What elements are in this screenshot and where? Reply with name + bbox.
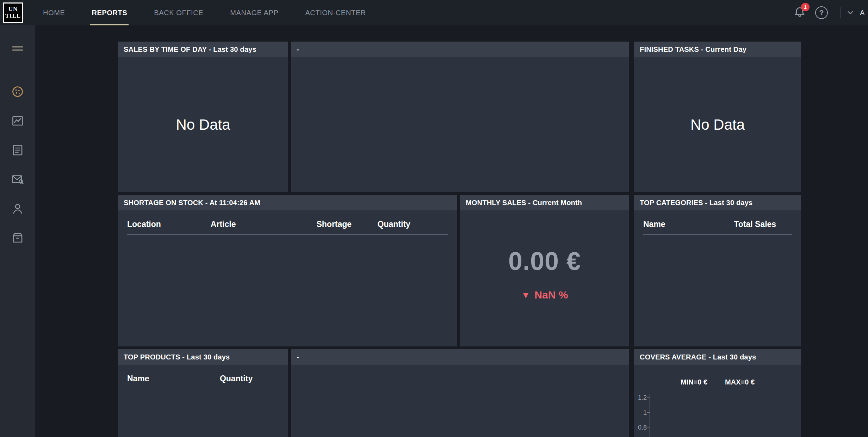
column-header: Name [643,220,734,234]
nav-manage-app[interactable]: MANAGE APP [230,0,278,25]
card-title: - [291,349,629,365]
person-icon [11,210,24,216]
down-triangle-icon: ▼ [521,290,531,301]
nav-back-office[interactable]: BACK OFFICE [154,0,203,25]
top-navigation-bar: UN TILL HOME REPORTS BACK OFFICE MANAGE … [0,0,868,25]
card-title: TOP CATEGORIES - Last 30 days [634,195,801,210]
dashboard-icon [11,93,24,99]
card-covers-average: COVERS AVERAGE - Last 30 days MIN=0 € MA… [634,349,801,437]
hamburger-menu-icon [11,49,25,55]
monthly-sales-amount: 0.00 € [508,247,581,276]
monthly-sales-delta: ▼ NaN % [521,289,568,301]
shortage-table-header: Location Article Shortage Quantity [127,210,448,235]
chart-image-icon [11,122,24,128]
card-untitled-top: - [291,42,629,192]
covers-min-label: MIN=0 € [681,378,707,386]
empty-card-body [291,57,629,192]
y-axis-tick-mark [647,412,650,413]
card-title: COVERS AVERAGE - Last 30 days [634,349,801,365]
covers-minmax-row: MIN=0 € MAX=0 € [634,378,801,386]
sidebar-item-search-invoices[interactable] [11,173,24,186]
column-header: Location [127,220,211,234]
column-header: Shortage [316,220,377,234]
card-title: SALES BY TIME OF DAY - Last 30 days [118,42,288,57]
y-axis-tick-mark [647,397,650,398]
top-products-table-header: Name Quantity [127,365,279,389]
user-name-label: A [860,9,864,17]
user-menu-button[interactable] [846,8,855,17]
notification-badge: 1 [801,3,810,11]
nav-home[interactable]: HOME [43,0,65,25]
sidebar-item-contacts[interactable] [11,202,24,215]
card-untitled-bottom: - Bear [291,349,629,437]
sidebar-item-sales-charts[interactable] [11,115,24,127]
logo-line-2: TILL [5,13,21,19]
sidebar-icon-stack [11,85,24,244]
chevron-down-icon [846,12,855,18]
y-axis-tick-label: 1 [634,409,647,417]
mail-search-icon [11,181,24,187]
document-icon [11,152,24,158]
nav-reports[interactable]: REPORTS [92,0,127,25]
sidebar-item-stock[interactable] [11,232,24,244]
card-title: - [291,42,629,57]
card-title: FINISHED TASKS - Current Day [634,42,801,57]
column-header: Article [211,220,317,234]
y-axis-tick-label: 1.2 [634,394,647,401]
no-data-text: No Data [118,57,288,192]
nav-action-center[interactable]: ACTION-CENTER [305,0,366,25]
column-header: Total Sales [734,220,792,234]
card-monthly-sales: MONTHLY SALES - Current Month 0.00 € ▼ N… [460,195,629,346]
no-data-text: No Data [634,57,801,192]
untill-logo: UN TILL [3,2,23,23]
column-header: Name [127,374,220,389]
card-top-products: TOP PRODUCTS - Last 30 days Name Quantit… [118,349,288,437]
sidebar-menu-toggle[interactable] [11,43,25,54]
top-categories-table-header: Name Total Sales [643,210,792,235]
card-title: MONTHLY SALES - Current Month [460,195,629,210]
card-shortage-on-stock: SHORTAGE ON STOCK - At 11:04:26 AM Locat… [118,195,457,346]
logo-line-1: UN [8,6,18,13]
column-header: Quantity [220,374,279,389]
notifications-button[interactable]: 1 [793,6,807,20]
covers-max-label: MAX=0 € [725,378,755,386]
question-mark-icon: ? [819,8,824,17]
delta-value: NaN % [534,289,568,301]
main-nav: HOME REPORTS BACK OFFICE MANAGE APP ACTI… [43,0,366,25]
card-sales-by-time-of-day: SALES BY TIME OF DAY - Last 30 days No D… [118,42,288,192]
card-finished-tasks: FINISHED TASKS - Current Day No Data [634,42,801,192]
sidebar-item-reports-documents[interactable] [11,144,24,156]
help-button[interactable]: ? [815,6,828,19]
topbar-right-controls: 1 ? A [793,0,864,25]
y-axis-tick-mark [647,427,650,427]
card-top-categories: TOP CATEGORIES - Last 30 days Name Total… [634,195,801,346]
bell-icon [793,13,806,19]
sidebar-item-dashboard[interactable] [11,85,24,98]
card-title: SHORTAGE ON STOCK - At 11:04:26 AM [118,195,457,210]
left-sidebar [0,25,35,437]
covers-chart-y-axis [650,394,650,437]
topbar-divider [841,7,841,18]
column-header: Quantity [378,220,448,234]
y-axis-tick-label: 0.8 [634,424,647,431]
stock-box-icon [11,239,24,245]
card-title: TOP PRODUCTS - Last 30 days [118,349,288,365]
